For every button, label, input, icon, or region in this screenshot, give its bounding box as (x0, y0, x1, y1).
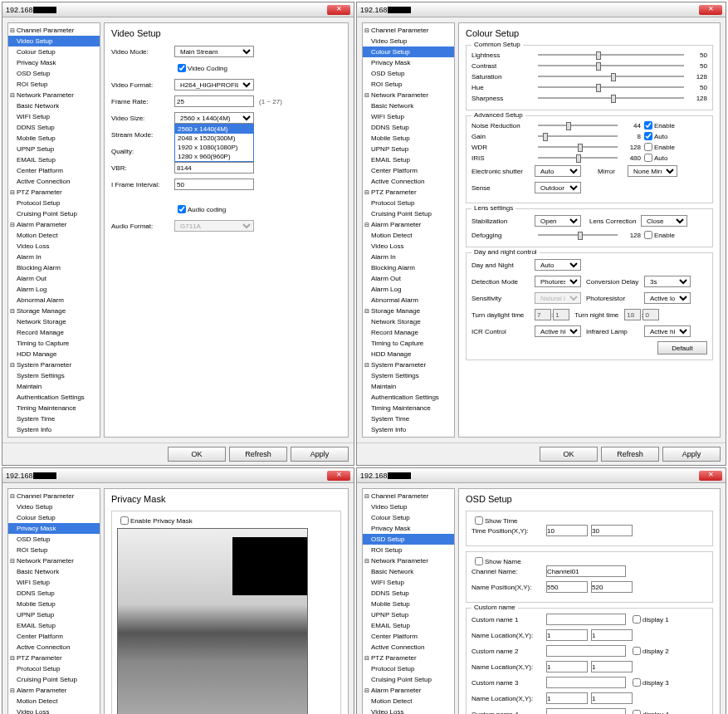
tree-group[interactable]: System Parameter (8, 359, 100, 370)
tree-item-center[interactable]: Center Platform (363, 165, 454, 176)
sense-select[interactable]: Outdoor (535, 182, 581, 193)
channel-name-input[interactable] (546, 565, 626, 577)
tree-item-privacy[interactable]: Privacy Mask (363, 523, 454, 534)
tree-group[interactable]: Channel Parameter (8, 491, 100, 501)
enable-privacy-checkbox[interactable]: Enable Privacy Mask (120, 516, 335, 525)
lightness-slider[interactable] (538, 51, 684, 59)
tree-group[interactable]: Channel Parameter (8, 25, 100, 36)
show-time-checkbox[interactable]: Show Time (475, 516, 707, 525)
iframe-input[interactable] (174, 178, 254, 190)
custom2-input[interactable] (546, 645, 626, 657)
tree-item-protocol[interactable]: Protocol Setup (8, 663, 100, 674)
tree-item-mobile[interactable]: Mobile Setup (363, 599, 454, 609)
tree-group[interactable]: Alarm Parameter (363, 219, 454, 230)
tree-item-syssettings[interactable]: System Settings (363, 370, 454, 381)
close-button[interactable]: ✕ (327, 471, 350, 481)
daynight-select[interactable]: Auto (535, 259, 581, 271)
noise-slider[interactable] (538, 121, 618, 130)
tree-item-upnp[interactable]: UPNP Setup (8, 609, 100, 620)
tree-item-alarmout[interactable]: Alarm Out (363, 273, 454, 284)
name-x-input[interactable] (546, 581, 588, 593)
tree-item-alarmout[interactable]: Alarm Out (8, 273, 100, 284)
tree-item-blocking[interactable]: Blocking Alarm (8, 262, 100, 273)
tree-group[interactable]: Alarm Parameter (8, 219, 100, 230)
tree-item-basicnet[interactable]: Basic Network (363, 100, 454, 111)
contrast-slider[interactable] (538, 61, 684, 70)
sharpness-slider[interactable] (538, 94, 684, 102)
tree-item-blocking[interactable]: Blocking Alarm (363, 262, 454, 273)
tree-item-recmanage[interactable]: Record Manage (8, 327, 100, 338)
tree-item-mobile[interactable]: Mobile Setup (8, 133, 100, 144)
tree-item-alarmlog[interactable]: Alarm Log (8, 284, 100, 295)
tree-item-ddns[interactable]: DDNS Setup (8, 122, 100, 133)
tree-item-colour[interactable]: Colour Setup (363, 512, 454, 523)
tree-item-activeconn[interactable]: Active Connection (363, 176, 454, 187)
audio-format-select[interactable]: G711A (174, 220, 254, 232)
tree-item-cruising[interactable]: Cruising Point Setup (8, 208, 100, 219)
hue-slider[interactable] (538, 83, 684, 91)
tree-item-basicnet[interactable]: Basic Network (363, 566, 454, 577)
tree-item-protocol[interactable]: Protocol Setup (363, 198, 454, 208)
tree-group[interactable]: PTZ Parameter (8, 653, 100, 663)
tree-item-auth[interactable]: Authentication Settings (8, 392, 100, 403)
tree-group[interactable]: Storage Manage (8, 306, 100, 316)
convdelay-select[interactable]: 3s (644, 276, 691, 287)
tree-item-mobile[interactable]: Mobile Setup (8, 599, 100, 609)
tree-item-protocol[interactable]: Protocol Setup (363, 663, 454, 674)
close-button[interactable]: ✕ (327, 5, 350, 15)
audio-coding-checkbox[interactable]: Audio coding (178, 205, 241, 213)
tree-item-osd[interactable]: OSD Setup (8, 68, 100, 79)
tree-item-hdd[interactable]: HDD Manage (8, 349, 100, 359)
tree-item-cruising[interactable]: Cruising Point Setup (363, 674, 454, 685)
video-size-dropdown[interactable]: 2560 x 1440(4M) 2048 x 1520(300M) 1920 x… (174, 124, 254, 162)
tree-item-netstorage[interactable]: Network Storage (8, 316, 100, 327)
refresh-button[interactable]: Refresh (229, 447, 287, 462)
tree-item-mobile[interactable]: Mobile Setup (363, 133, 454, 144)
tree-item-activeconn[interactable]: Active Connection (8, 176, 100, 187)
tree-item-colour[interactable]: Colour Setup (363, 46, 454, 57)
show-name-checkbox[interactable]: Show Name (475, 557, 707, 565)
photores-select[interactable]: Active low (644, 292, 691, 304)
eshutter-select[interactable]: Auto (535, 165, 581, 177)
tree-item-roi[interactable]: ROI Setup (363, 545, 454, 555)
tree-item-sysinfo[interactable]: System Info (363, 424, 454, 435)
tree-item-cruising[interactable]: Cruising Point Setup (363, 208, 454, 219)
tree-item-activeconn[interactable]: Active Connection (363, 642, 454, 653)
tree-item-email[interactable]: EMAIL Setup (363, 620, 454, 631)
irlamp-select[interactable]: Active high (644, 325, 691, 337)
saturation-slider[interactable] (538, 72, 684, 81)
tree-item-auth[interactable]: Authentication Settings (363, 392, 454, 403)
tree-item-wifi[interactable]: WIFI Setup (8, 577, 100, 588)
tree-group[interactable]: Alarm Parameter (8, 685, 100, 696)
sensitivity-select[interactable]: Natural light is s... (535, 292, 581, 304)
tree-item-video[interactable]: Video Setup (8, 36, 100, 46)
tree-item-systime[interactable]: System Time (363, 413, 454, 424)
tree-item-video[interactable]: Video Setup (363, 501, 454, 512)
default-button[interactable]: Default (657, 341, 707, 355)
tree-item-activeconn[interactable]: Active Connection (8, 642, 100, 653)
tree-item-roi[interactable]: ROI Setup (8, 545, 100, 555)
tree-item-ddns[interactable]: DDNS Setup (363, 122, 454, 133)
tree-item-systime[interactable]: System Time (8, 413, 100, 424)
icr-select[interactable]: Active high (535, 325, 581, 337)
tree-item-maintain[interactable]: Maintain (363, 381, 454, 392)
tree-item-basicnet[interactable]: Basic Network (8, 566, 100, 577)
tree-item-wifi[interactable]: WIFI Setup (363, 577, 454, 588)
tree-item-timing[interactable]: Timing to Capture (8, 338, 100, 349)
tree-item-osd[interactable]: OSD Setup (8, 534, 100, 545)
tree-item-motion[interactable]: Motion Detect (8, 230, 100, 241)
tree-item-video[interactable]: Video Setup (363, 36, 454, 46)
ok-button[interactable]: OK (540, 447, 598, 462)
tree-group[interactable]: PTZ Parameter (363, 653, 454, 663)
tree-item-email[interactable]: EMAIL Setup (8, 154, 100, 165)
tree-item-basicnet[interactable]: Basic Network (8, 100, 100, 111)
tree-item-roi[interactable]: ROI Setup (8, 79, 100, 90)
tree-group[interactable]: Storage Manage (363, 306, 454, 316)
tree-group[interactable]: Channel Parameter (363, 25, 454, 36)
frame-rate-input[interactable] (174, 95, 254, 107)
tree-item-timingmaint[interactable]: Timing Maintenance (8, 403, 100, 413)
tree-item-colour[interactable]: Colour Setup (8, 512, 100, 523)
video-format-select[interactable]: H264_HIGHPROFILE (174, 79, 254, 90)
tree-item-videoloss[interactable]: Video Loss (8, 241, 100, 252)
name-y-input[interactable] (591, 581, 633, 593)
